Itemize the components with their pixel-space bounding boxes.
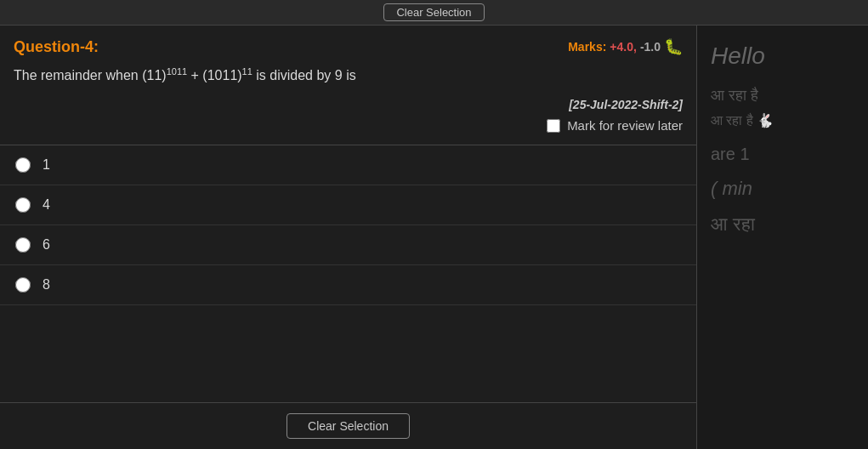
annotation-are1: are 1 bbox=[711, 145, 854, 164]
annotation-last: आ रहा bbox=[711, 213, 854, 236]
marks-label: Marks: bbox=[568, 40, 606, 54]
option-label-4: 4 bbox=[43, 197, 50, 213]
annotation-hello: Hello bbox=[711, 43, 854, 70]
question-meta: [25-Jul-2022-Shift-2] Mark for review la… bbox=[14, 93, 683, 138]
bug-icon: 🐛 bbox=[664, 37, 683, 56]
annotation-min: ( min bbox=[711, 178, 854, 200]
option-label-8: 8 bbox=[43, 277, 50, 293]
annotation-hindi-line1: आ रहा है आ रहा है 🐇 bbox=[711, 83, 854, 131]
mark-review-row: Mark for review later bbox=[547, 118, 683, 133]
clear-selection-top-button[interactable]: Clear Selection bbox=[383, 3, 484, 21]
option-radio-4[interactable] bbox=[15, 197, 31, 213]
clear-selection-button[interactable]: Clear Selection bbox=[286, 413, 410, 439]
main-container: Question-4: Marks: +4.0, -1.0 🐛 The rema… bbox=[0, 26, 868, 449]
footer-bar: Clear Selection bbox=[0, 402, 696, 449]
options-list: 1 4 6 8 bbox=[0, 145, 696, 402]
option-radio-6[interactable] bbox=[15, 237, 31, 253]
option-radio-1[interactable] bbox=[15, 157, 31, 173]
option-label-6: 6 bbox=[43, 237, 50, 253]
annotations-panel: Hello आ रहा है आ रहा है 🐇 are 1 ( min आ … bbox=[697, 26, 868, 449]
option-item-8[interactable]: 8 bbox=[0, 265, 696, 305]
option-item-6[interactable]: 6 bbox=[0, 225, 696, 265]
annotation-sub: आ रहा है 🐇 bbox=[711, 110, 854, 132]
question-title: Question-4: bbox=[14, 38, 99, 56]
mark-review-label: Mark for review later bbox=[567, 118, 683, 133]
marks-negative: -1.0 bbox=[640, 40, 661, 54]
option-item-1[interactable]: 1 bbox=[0, 145, 696, 185]
option-item-4[interactable]: 4 bbox=[0, 185, 696, 225]
option-radio-8[interactable] bbox=[15, 277, 31, 293]
question-title-row: Question-4: Marks: +4.0, -1.0 🐛 bbox=[14, 37, 683, 56]
top-bar: Clear Selection bbox=[0, 0, 868, 26]
mark-review-checkbox[interactable] bbox=[547, 119, 560, 133]
question-header: Question-4: Marks: +4.0, -1.0 🐛 The rema… bbox=[0, 26, 696, 145]
annotation-line1: आ रहा है bbox=[711, 83, 854, 108]
option-label-1: 1 bbox=[43, 157, 50, 173]
question-panel: Question-4: Marks: +4.0, -1.0 🐛 The rema… bbox=[0, 26, 697, 449]
marks-badge: Marks: +4.0, -1.0 🐛 bbox=[568, 37, 683, 56]
shift-label: [25-Jul-2022-Shift-2] bbox=[569, 98, 683, 111]
question-text: The remainder when (11)1011 + (1011)11 i… bbox=[14, 65, 683, 86]
marks-positive: +4.0, bbox=[610, 40, 637, 54]
